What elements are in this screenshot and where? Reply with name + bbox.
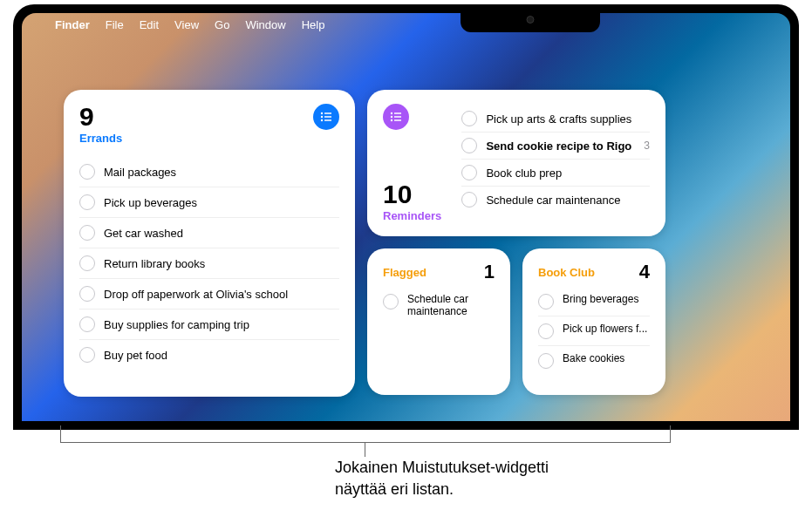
checkbox-icon[interactable] xyxy=(383,294,399,310)
checkbox-icon[interactable] xyxy=(79,347,95,363)
checkbox-icon[interactable] xyxy=(461,192,477,207)
reminder-item[interactable]: Drop off paperwork at Olivia's school xyxy=(79,279,339,310)
errands-list: Mail packages Pick up beverages Get car … xyxy=(79,157,339,370)
callout-stem xyxy=(365,443,365,457)
reminders-count: 10 xyxy=(383,181,451,207)
reminder-item[interactable]: Buy pet food xyxy=(79,340,339,370)
reminder-item[interactable]: Mail packages xyxy=(79,157,339,187)
svg-point-6 xyxy=(391,112,392,114)
svg-point-4 xyxy=(321,119,323,121)
reminders-list: Pick up arts & crafts supplies Send cook… xyxy=(461,104,650,222)
list-icon xyxy=(313,104,339,130)
reminder-item[interactable]: Return library books xyxy=(79,248,339,279)
errands-count: 9 xyxy=(79,104,122,130)
checkbox-icon[interactable] xyxy=(79,225,95,241)
widget-flagged[interactable]: Flagged 1 Schedule car maintenance xyxy=(367,248,510,395)
list-icon xyxy=(383,104,409,130)
menubar: Finder File Edit View Go Window Help xyxy=(22,13,790,36)
widgets-container: 9 Errands M xyxy=(64,90,665,397)
flagged-title: Flagged xyxy=(383,266,426,279)
reminder-text: Bake cookies xyxy=(563,352,650,364)
reminder-text: Buy supplies for camping trip xyxy=(104,318,339,331)
svg-point-8 xyxy=(391,116,392,118)
checkbox-icon[interactable] xyxy=(461,165,477,180)
checkbox-icon[interactable] xyxy=(79,316,95,332)
menu-file[interactable]: File xyxy=(106,18,124,31)
checkbox-icon[interactable] xyxy=(79,164,95,180)
callout-bracket xyxy=(60,425,671,443)
checkbox-icon[interactable] xyxy=(461,111,477,126)
reminder-item[interactable]: Pick up beverages xyxy=(79,187,339,218)
reminder-text: Mail packages xyxy=(104,166,339,179)
errands-title: Errands xyxy=(79,132,122,145)
reminder-item[interactable]: Bring beverages xyxy=(538,287,650,316)
menu-window[interactable]: Window xyxy=(245,18,285,31)
checkbox-icon[interactable] xyxy=(79,194,95,210)
reminder-text: Drop off paperwork at Olivia's school xyxy=(104,288,339,301)
bookclub-count: 4 xyxy=(639,262,650,282)
widget-bookclub[interactable]: Book Club 4 Bring beverages Pick up flow… xyxy=(522,248,665,395)
reminder-text: Pick up arts & crafts supplies xyxy=(486,112,650,126)
checkbox-icon[interactable] xyxy=(79,255,95,271)
menu-edit[interactable]: Edit xyxy=(140,18,159,31)
reminder-text: Schedule car maintenance xyxy=(407,293,495,317)
app-menu[interactable]: Finder xyxy=(55,18,90,31)
checkbox-icon[interactable] xyxy=(461,138,477,153)
reminders-title: Reminders xyxy=(383,209,451,222)
checkbox-icon[interactable] xyxy=(538,323,554,339)
reminder-item[interactable]: Pick up flowers f... xyxy=(538,316,650,346)
reminder-text: Pick up beverages xyxy=(104,196,339,209)
menu-go[interactable]: Go xyxy=(215,18,229,31)
checkbox-icon[interactable] xyxy=(538,294,554,310)
svg-point-10 xyxy=(391,119,392,121)
reminder-item[interactable]: Get car washed xyxy=(79,218,339,248)
checkbox-icon[interactable] xyxy=(79,286,95,302)
reminder-text: Pick up flowers f... xyxy=(563,323,650,335)
widget-header: 9 Errands xyxy=(79,104,339,145)
reminder-text: Return library books xyxy=(104,257,339,270)
reminder-text: Bring beverages xyxy=(563,293,650,305)
reminder-text: Buy pet food xyxy=(104,349,339,362)
reminder-item[interactable]: Book club prep xyxy=(461,160,650,187)
notch xyxy=(461,4,600,32)
menu-view[interactable]: View xyxy=(174,18,199,31)
reminder-item[interactable]: Schedule car maintenance xyxy=(383,287,495,323)
checkbox-icon[interactable] xyxy=(538,353,554,369)
reminder-text: Schedule car maintenance xyxy=(486,194,650,207)
bookclub-title: Book Club xyxy=(538,266,595,279)
reminder-text: Book club prep xyxy=(486,167,650,180)
svg-point-0 xyxy=(321,112,323,114)
device-frame: Finder File Edit View Go Window Help 9 E… xyxy=(13,4,799,430)
menu-help[interactable]: Help xyxy=(302,18,325,31)
reminder-item[interactable]: Buy supplies for camping trip xyxy=(79,310,339,340)
reminder-item[interactable]: Send cookie recipe to Rigo3 xyxy=(461,133,650,160)
reminder-item[interactable]: Schedule car maintenance xyxy=(461,187,650,213)
flagged-count: 1 xyxy=(484,262,495,282)
widget-errands[interactable]: 9 Errands M xyxy=(64,90,355,397)
reminder-text: Send cookie recipe to Rigo xyxy=(486,139,631,153)
reminder-badge: 3 xyxy=(644,139,650,152)
camera-icon xyxy=(526,16,534,24)
desktop-screen: Finder File Edit View Go Window Help 9 E… xyxy=(22,13,790,421)
svg-point-2 xyxy=(321,116,323,118)
widget-reminders[interactable]: 10 Reminders Pick up arts & crafts suppl… xyxy=(367,90,665,236)
reminder-item[interactable]: Bake cookies xyxy=(538,346,650,375)
reminder-item[interactable]: Pick up arts & crafts supplies xyxy=(461,105,650,133)
callout-text: Jokainen Muistutukset-widgetti näyttää e… xyxy=(335,457,614,500)
reminder-text: Get car washed xyxy=(104,227,339,240)
